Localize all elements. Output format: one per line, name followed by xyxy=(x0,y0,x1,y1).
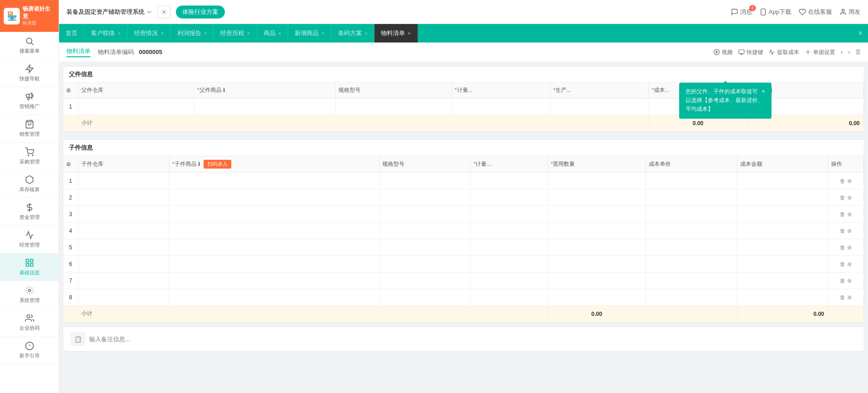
copy-icon-1[interactable]: ⊕ xyxy=(847,178,852,184)
sidebar-item-marketing[interactable]: 营销推广 xyxy=(0,87,59,115)
child-cell-warehouse-7[interactable] xyxy=(78,272,169,289)
parent-th-gear[interactable]: ⚙ xyxy=(63,83,78,98)
sidebar-item-search[interactable]: 搜索菜单 xyxy=(0,32,59,60)
child-th-gear[interactable]: ⚙ xyxy=(63,156,78,173)
tab-profit[interactable]: 利润报告 × xyxy=(171,24,214,42)
parent-cell-production-1[interactable] xyxy=(550,98,649,115)
child-cell-product-6[interactable] xyxy=(169,256,379,272)
page-tab-list[interactable]: 物料清单 xyxy=(66,47,90,57)
child-cell-spec-2[interactable] xyxy=(380,189,470,206)
child-cell-warehouse-4[interactable] xyxy=(78,223,169,239)
child-cell-qty-3[interactable] xyxy=(548,206,645,223)
copy-icon-6[interactable]: ⊕ xyxy=(847,261,852,267)
copy-icon-3[interactable]: ⊕ xyxy=(847,211,852,218)
delete-icon-2[interactable]: 🗑 xyxy=(840,194,845,201)
tab-new-goods[interactable]: 新增商品 × xyxy=(288,24,331,42)
view-toggle[interactable]: ☰ xyxy=(856,49,861,55)
child-cell-qty-2[interactable] xyxy=(548,189,645,206)
scan-btn[interactable]: 扫码录入 xyxy=(204,160,231,169)
child-cell-unit-1[interactable] xyxy=(470,173,548,189)
sidebar-item-guide[interactable]: 新手引导 xyxy=(0,337,59,364)
child-cell-unitcost-5[interactable] xyxy=(646,239,737,256)
sidebar-item-quicknav[interactable]: 快捷导航 xyxy=(0,60,59,87)
sidebar-item-system[interactable]: 系统管理 xyxy=(0,281,59,309)
system-select[interactable]: 装备及固定资产辅助管理系统 xyxy=(66,8,152,16)
child-cell-unit-4[interactable] xyxy=(470,223,548,239)
child-cell-unit-6[interactable] xyxy=(470,256,548,272)
child-cell-unit-7[interactable] xyxy=(470,272,548,289)
child-cell-spec-1[interactable] xyxy=(380,173,470,189)
copy-icon-2[interactable]: ⊕ xyxy=(847,194,852,201)
child-cell-unitcost-4[interactable] xyxy=(646,223,737,239)
view-video-btn[interactable]: 视频 xyxy=(713,48,733,56)
child-cell-qty-7[interactable] xyxy=(548,272,645,289)
child-cell-qty-5[interactable] xyxy=(548,239,645,256)
child-cell-unit-5[interactable] xyxy=(470,239,548,256)
tab-home[interactable]: 首页 xyxy=(59,24,84,42)
settings-button[interactable] xyxy=(157,6,170,18)
child-cell-unit-8[interactable] xyxy=(470,289,548,306)
sidebar-item-finance[interactable]: 资金管理 xyxy=(0,198,59,226)
tab-bom[interactable]: 物料清单 × xyxy=(374,24,417,42)
sidebar-item-sales[interactable]: 销售管理 xyxy=(0,115,59,143)
child-cell-unitcost-6[interactable] xyxy=(646,256,737,272)
child-cell-unitcost-7[interactable] xyxy=(646,272,737,289)
child-cell-product-4[interactable] xyxy=(169,223,379,239)
copy-icon-7[interactable]: ⊕ xyxy=(847,278,852,284)
child-cell-product-7[interactable] xyxy=(169,272,379,289)
delete-icon-4[interactable]: 🗑 xyxy=(840,228,845,234)
delete-icon-8[interactable]: 🗑 xyxy=(840,294,845,301)
child-cell-spec-5[interactable] xyxy=(380,239,470,256)
delete-icon-1[interactable]: 🗑 xyxy=(840,178,845,184)
tabs-more[interactable]: × xyxy=(853,29,868,37)
child-cell-unit-2[interactable] xyxy=(470,189,548,206)
child-cell-product-2[interactable] xyxy=(169,189,379,206)
parent-cell-warehouse-1[interactable] xyxy=(78,98,194,115)
sidebar-item-basic[interactable]: 基础信息 xyxy=(0,254,59,281)
tab-close-profit[interactable]: × xyxy=(204,30,207,36)
child-cell-qty-1[interactable] xyxy=(548,173,645,189)
child-cell-warehouse-6[interactable] xyxy=(78,256,169,272)
child-cell-spec-3[interactable] xyxy=(380,206,470,223)
child-cell-unit-3[interactable] xyxy=(470,206,548,223)
child-cell-product-8[interactable] xyxy=(169,289,379,306)
child-cell-unitcost-1[interactable] xyxy=(646,173,737,189)
tab-close-operations[interactable]: × xyxy=(161,30,163,36)
sidebar-item-inventory[interactable]: 库存核算 xyxy=(0,170,59,198)
child-cell-product-5[interactable] xyxy=(169,239,379,256)
experience-btn[interactable]: 体验行业方案 xyxy=(176,6,225,18)
prev-btn[interactable]: ‹ xyxy=(841,49,843,55)
child-cell-warehouse-1[interactable] xyxy=(78,173,169,189)
user-btn[interactable]: 用友 xyxy=(839,8,861,16)
child-cell-warehouse-2[interactable] xyxy=(78,189,169,206)
tab-goods[interactable]: 商品 × xyxy=(257,24,288,42)
shortcut-btn[interactable]: 快捷键 xyxy=(738,48,763,56)
child-cell-product-1[interactable] xyxy=(169,173,379,189)
child-cell-unitcost-8[interactable] xyxy=(646,289,737,306)
delete-icon-3[interactable]: 🗑 xyxy=(840,211,845,218)
child-cell-product-3[interactable] xyxy=(169,206,379,223)
delete-icon-5[interactable]: 🗑 xyxy=(840,244,845,251)
parent-cell-spec-1[interactable] xyxy=(335,98,452,115)
child-cell-spec-6[interactable] xyxy=(380,256,470,272)
tab-customers[interactable]: 客户联络 × xyxy=(84,24,127,42)
single-settings-btn[interactable]: 单据设置 xyxy=(805,48,835,56)
child-cell-qty-4[interactable] xyxy=(548,223,645,239)
child-cell-warehouse-3[interactable] xyxy=(78,206,169,223)
copy-icon-4[interactable]: ⊕ xyxy=(847,228,852,234)
child-cell-unitcost-3[interactable] xyxy=(646,206,737,223)
remark-input[interactable] xyxy=(89,336,856,343)
app-download-btn[interactable]: App下载 xyxy=(760,8,791,16)
copy-icon-8[interactable]: ⊕ xyxy=(847,294,852,301)
tab-close-barcode[interactable]: × xyxy=(365,30,368,36)
tab-barcode[interactable]: 条码方案 × xyxy=(332,24,374,42)
tab-close-new-goods[interactable]: × xyxy=(321,30,324,36)
tab-close-bom[interactable]: × xyxy=(408,30,410,36)
tooltip-close-btn[interactable]: × xyxy=(762,87,765,96)
child-cell-spec-8[interactable] xyxy=(380,289,470,306)
copy-icon-5[interactable]: ⊕ xyxy=(847,244,852,251)
extract-cost-btn[interactable]: 提取成本 xyxy=(769,48,799,56)
online-service-btn[interactable]: 在线客服 xyxy=(799,8,832,16)
parent-cell-unit-1[interactable] xyxy=(452,98,550,115)
sidebar-item-purchase[interactable]: 采购管理 xyxy=(0,143,59,170)
